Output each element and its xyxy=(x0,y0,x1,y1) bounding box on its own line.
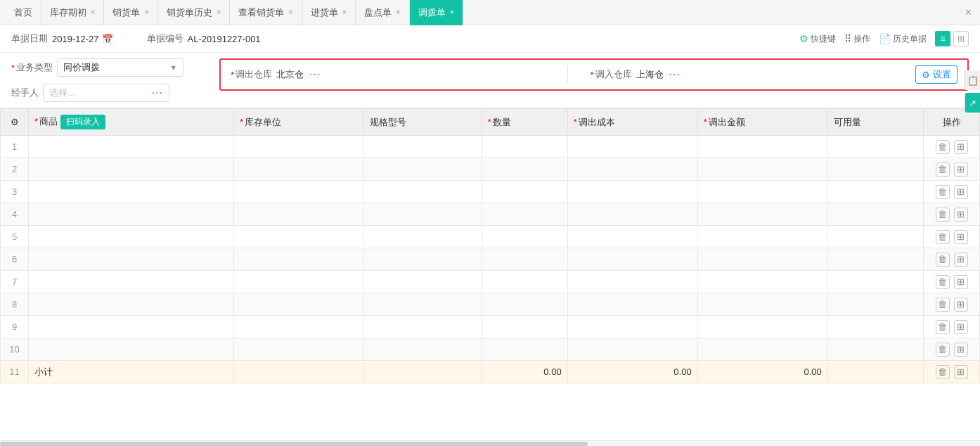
copy-row-icon[interactable]: ⊞ xyxy=(954,320,968,334)
cell-amount[interactable] xyxy=(697,248,827,271)
cell-cost[interactable] xyxy=(567,271,697,293)
tab-close-transfer[interactable]: × xyxy=(450,8,454,16)
cell-unit[interactable] xyxy=(233,203,363,226)
cell-goods[interactable] xyxy=(29,316,234,338)
copy-row-icon[interactable]: ⊞ xyxy=(954,163,968,177)
scan-button[interactable]: 扫码录入 xyxy=(60,115,105,129)
delete-row-icon[interactable]: 🗑 xyxy=(936,208,950,222)
tab-close-sales-order[interactable]: × xyxy=(144,8,148,16)
delete-row-icon[interactable]: 🗑 xyxy=(936,253,950,267)
delete-row-icon[interactable]: 🗑 xyxy=(936,185,950,199)
cell-amount[interactable] xyxy=(697,136,827,158)
copy-row-icon[interactable]: ⊞ xyxy=(954,185,968,199)
cell-unit[interactable] xyxy=(233,181,363,203)
delete-icon[interactable]: 🗑 xyxy=(936,365,950,379)
tab-inventory-init[interactable]: 库存期初 × xyxy=(41,0,104,25)
copy-row-icon[interactable]: ⊞ xyxy=(954,343,968,357)
history-btn[interactable]: 📄 历史单据 xyxy=(879,33,927,45)
cell-qty[interactable] xyxy=(482,248,567,271)
delete-row-icon[interactable]: 🗑 xyxy=(936,320,950,334)
cell-spec[interactable] xyxy=(363,248,482,271)
cell-spec[interactable] xyxy=(363,338,482,361)
cell-qty[interactable] xyxy=(482,338,567,361)
cell-spec[interactable] xyxy=(363,316,482,338)
settings-button[interactable]: ⚙ 设置 xyxy=(915,65,958,84)
cell-goods[interactable] xyxy=(29,226,234,248)
cell-unit[interactable] xyxy=(233,226,363,248)
cell-cost[interactable] xyxy=(567,181,697,203)
cell-spec[interactable] xyxy=(363,226,482,248)
tab-transfer[interactable]: 调拨单 × xyxy=(410,0,463,25)
biz-type-select[interactable]: 同价调拨 ▼ xyxy=(57,58,183,77)
cell-cost[interactable] xyxy=(567,316,697,338)
tab-sales-history[interactable]: 销货单历史 × xyxy=(158,0,230,25)
handler-dots-icon[interactable]: ··· xyxy=(152,87,163,99)
layout-grid-icon[interactable]: ⊞ xyxy=(953,31,969,46)
cell-goods[interactable] xyxy=(29,181,234,203)
tab-close-stocktake[interactable]: × xyxy=(396,8,400,16)
copy-row-icon[interactable]: ⊞ xyxy=(954,230,968,244)
cell-spec[interactable] xyxy=(363,181,482,203)
cell-qty[interactable] xyxy=(482,226,567,248)
cell-cost[interactable] xyxy=(567,338,697,361)
copy-row-icon[interactable]: ⊞ xyxy=(954,140,968,154)
delete-row-icon[interactable]: 🗑 xyxy=(936,298,950,312)
cell-cost[interactable] xyxy=(567,293,697,316)
cell-amount[interactable] xyxy=(697,203,827,226)
tab-close-sales-history[interactable]: × xyxy=(217,8,221,16)
cell-qty[interactable] xyxy=(482,271,567,293)
tab-stocktake[interactable]: 盘点单 × xyxy=(356,0,409,25)
delete-row-icon[interactable]: 🗑 xyxy=(936,343,950,357)
cell-goods[interactable] xyxy=(29,293,234,316)
cell-spec[interactable] xyxy=(363,158,482,181)
cell-qty[interactable] xyxy=(482,316,567,338)
cell-cost[interactable] xyxy=(567,226,697,248)
calendar-icon[interactable]: 📅 xyxy=(102,34,113,44)
cell-unit[interactable] xyxy=(233,136,363,158)
cell-spec[interactable] xyxy=(363,203,482,226)
handler-select[interactable]: 选择... ··· xyxy=(43,84,169,102)
cell-spec[interactable] xyxy=(363,136,482,158)
cell-unit[interactable] xyxy=(233,158,363,181)
transfer-in-dots-icon[interactable]: ··· xyxy=(669,68,681,81)
cell-goods[interactable] xyxy=(29,203,234,226)
col-gear[interactable]: ⚙ xyxy=(1,109,29,136)
cell-unit[interactable] xyxy=(233,316,363,338)
cell-goods[interactable] xyxy=(29,338,234,361)
cell-spec[interactable] xyxy=(363,271,482,293)
transfer-out-dots-icon[interactable]: ··· xyxy=(309,68,321,81)
horizontal-scrollbar[interactable] xyxy=(0,440,980,446)
copy-row-icon[interactable]: ⊞ xyxy=(954,275,968,289)
side-doc-icon[interactable]: 📋 xyxy=(965,70,980,90)
cell-cost[interactable] xyxy=(567,158,697,181)
cell-unit[interactable] xyxy=(233,338,363,361)
tab-close-purchase[interactable]: × xyxy=(342,8,347,16)
tab-home[interactable]: 首页 xyxy=(6,0,41,25)
cell-qty[interactable] xyxy=(482,293,567,316)
cell-amount[interactable] xyxy=(697,271,827,293)
cell-amount[interactable] xyxy=(697,293,827,316)
cell-amount[interactable] xyxy=(697,226,827,248)
tab-view-sales[interactable]: 查看销货单 × xyxy=(230,0,302,25)
cell-spec[interactable] xyxy=(363,293,482,316)
cell-amount[interactable] xyxy=(697,338,827,361)
cell-cost[interactable] xyxy=(567,203,697,226)
shortcut-btn[interactable]: ⚙ 快捷键 xyxy=(799,33,836,45)
scrollbar-thumb[interactable] xyxy=(0,442,588,446)
cell-qty[interactable] xyxy=(482,136,567,158)
cell-cost[interactable] xyxy=(567,248,697,271)
cell-amount[interactable] xyxy=(697,316,827,338)
window-close-button[interactable]: × xyxy=(965,6,972,19)
cell-cost[interactable] xyxy=(567,136,697,158)
cell-goods[interactable] xyxy=(29,136,234,158)
delete-row-icon[interactable]: 🗑 xyxy=(936,230,950,244)
copy-row-icon[interactable]: ⊞ xyxy=(954,253,968,267)
cell-unit[interactable] xyxy=(233,248,363,271)
cell-goods[interactable] xyxy=(29,271,234,293)
cell-qty[interactable] xyxy=(482,203,567,226)
tab-purchase[interactable]: 进货单 × xyxy=(302,0,356,25)
cell-goods[interactable] xyxy=(29,248,234,271)
cell-qty[interactable] xyxy=(482,181,567,203)
copy-row-icon[interactable]: ⊞ xyxy=(954,298,968,312)
operations-btn[interactable]: ⠿ 操作 xyxy=(844,33,870,45)
